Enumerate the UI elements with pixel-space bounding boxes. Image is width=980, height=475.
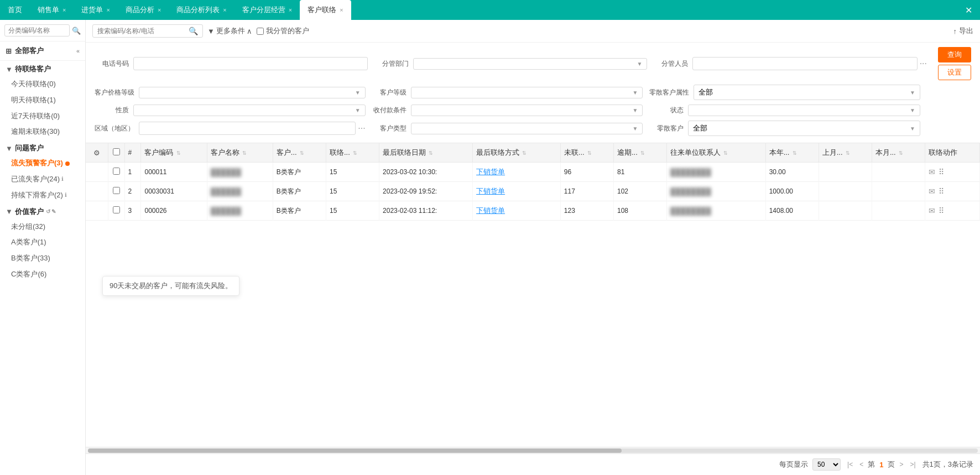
more-filters-button[interactable]: ▼ 更多条件 ∧: [207, 26, 252, 36]
export-button[interactable]: ↑ 导出: [953, 26, 974, 36]
tab-close-customer-contact[interactable]: ×: [340, 7, 343, 13]
page-last-button[interactable]: >|: [908, 460, 918, 469]
customer-type-arrow: ▼: [632, 126, 638, 132]
sort-contact-icon[interactable]: ⇅: [353, 150, 357, 156]
tab-close-customer-tier[interactable]: ×: [289, 7, 292, 13]
sort-way-icon[interactable]: ⇅: [522, 150, 527, 156]
app-close-button[interactable]: ✕: [957, 5, 980, 15]
page-prev-button[interactable]: <: [857, 460, 866, 469]
settings-button[interactable]: 设置: [938, 65, 971, 80]
scrollbar-thumb[interactable]: [88, 448, 622, 453]
sidebar-group-pending[interactable]: ▼ 待联络客户: [0, 61, 85, 76]
tab-customer-contact[interactable]: 客户联络 ×: [300, 0, 351, 20]
sidebar-item-a-class[interactable]: A类客户(1): [0, 234, 85, 250]
row2-contact-way-link[interactable]: 下销货单: [476, 187, 505, 195]
scrollbar-track[interactable]: [88, 448, 978, 453]
row2-chat-icon[interactable]: ✉: [929, 187, 935, 196]
filter-input-phone[interactable]: [133, 57, 368, 70]
sidebar-item-churn-risk[interactable]: 流失预警客户(3): [0, 155, 85, 171]
sidebar-item-b-class[interactable]: B类客户(33): [0, 250, 85, 267]
refresh-icon[interactable]: ↺: [46, 208, 50, 215]
sidebar-collapse-icon[interactable]: «: [76, 48, 80, 54]
sort-date-icon[interactable]: ⇅: [429, 150, 433, 156]
tab-analysis-list[interactable]: 商品分析列表 ×: [169, 0, 234, 20]
tab-close-sales[interactable]: ×: [62, 7, 66, 13]
tab-analysis[interactable]: 商品分析 ×: [118, 0, 169, 20]
filter-input-region[interactable]: [139, 122, 356, 135]
row1-chat-icon[interactable]: ✉: [929, 168, 935, 176]
td-row1-not-contacted: 96: [560, 163, 613, 182]
row2-more-icon[interactable]: ⠿: [939, 187, 944, 196]
filter-select-status[interactable]: ▼: [688, 105, 920, 116]
sidebar-all-customers[interactable]: ⊞ 全部客户 «: [0, 41, 85, 61]
region-dots-icon[interactable]: ···: [358, 123, 365, 133]
sort-this-year-icon[interactable]: ⇅: [793, 150, 797, 156]
info-icon-churned[interactable]: ℹ: [61, 175, 64, 184]
tab-sales[interactable]: 销售单 ×: [30, 0, 74, 20]
sort-not-contacted-icon[interactable]: ⇅: [587, 150, 592, 156]
page-suffix: 页: [888, 460, 895, 469]
filter-actions: 查询 设置: [938, 47, 971, 80]
filter-input-manager[interactable]: [692, 57, 917, 70]
td-row1-index: 1: [124, 163, 141, 182]
sidebar-search-input[interactable]: [4, 24, 70, 36]
tab-close-analysis[interactable]: ×: [158, 7, 161, 13]
sidebar-item-churned[interactable]: 已流失客户(24) ℹ: [0, 171, 85, 187]
sort-type-icon[interactable]: ⇅: [300, 150, 304, 156]
filter-select-zero-attr[interactable]: 全部 ▼: [694, 85, 920, 100]
row2-checkbox[interactable]: [113, 187, 120, 194]
info-icon-downtrend[interactable]: ℹ: [65, 191, 67, 200]
sidebar-group-problem[interactable]: ▼ 问题客户: [0, 140, 85, 155]
row1-contact-way-link[interactable]: 下销货单: [476, 168, 505, 176]
row3-chat-icon[interactable]: ✉: [929, 206, 935, 215]
tab-close-analysis-list[interactable]: ×: [223, 7, 226, 13]
select-all-checkbox[interactable]: [113, 148, 120, 155]
sort-unit-contact-icon[interactable]: ⇅: [723, 150, 728, 156]
my-customers-checkbox-label[interactable]: 我分管的客户: [257, 26, 309, 36]
sidebar-item-today[interactable]: 今天待联络(0): [0, 76, 85, 92]
tab-purchase[interactable]: 进货单 ×: [74, 0, 117, 20]
my-customers-checkbox[interactable]: [257, 28, 264, 35]
sort-this-month-icon[interactable]: ⇅: [899, 150, 903, 156]
page-next-button[interactable]: >: [897, 460, 905, 469]
row1-more-icon[interactable]: ⠿: [939, 168, 944, 176]
page-first-button[interactable]: |<: [845, 460, 855, 469]
td-row3-contact: 15: [326, 201, 379, 221]
filter-select-customer-type[interactable]: ▼: [411, 123, 643, 134]
filter-select-zero-customer[interactable]: 全部 ▼: [688, 121, 920, 136]
horizontal-scrollbar[interactable]: [86, 447, 980, 453]
table-row: 1 000011 ██████ B类客户 15 2023-03-02 10:30…: [86, 163, 980, 182]
sidebar-search-icon[interactable]: 🔍: [72, 27, 81, 35]
row3-more-icon[interactable]: ⠿: [939, 206, 944, 215]
search-input[interactable]: [97, 27, 189, 35]
sidebar-item-c-class[interactable]: C类客户(6): [0, 267, 85, 283]
filter-select-price-level[interactable]: ▼: [139, 87, 366, 98]
sidebar-item-unclassified[interactable]: 未分组(32): [0, 219, 85, 235]
sidebar-group-value[interactable]: ▼ 价值客户 ↺ ✎: [0, 203, 85, 219]
edit-icon[interactable]: ✎: [51, 208, 56, 215]
filter-select-dept[interactable]: ▼: [413, 58, 648, 70]
gear-settings-icon[interactable]: ⚙: [93, 149, 100, 157]
filter-select-payment[interactable]: ▼: [411, 105, 643, 116]
sort-code-icon[interactable]: ⇅: [176, 150, 181, 156]
per-page-select[interactable]: 50 100 200: [812, 458, 841, 471]
sort-name-icon[interactable]: ⇅: [242, 150, 247, 156]
th-this-month: 本月... ⇅: [872, 143, 925, 163]
sidebar-item-week[interactable]: 近7天待联络(0): [0, 108, 85, 124]
tab-customer-tier[interactable]: 客户分层经营 ×: [234, 0, 300, 20]
search-button[interactable]: 🔍: [189, 27, 198, 35]
row3-contact-way-link[interactable]: 下销货单: [476, 206, 505, 215]
manager-dots-icon[interactable]: ···: [920, 59, 927, 69]
sidebar-item-overdue[interactable]: 逾期未联络(30): [0, 124, 85, 140]
row3-checkbox[interactable]: [113, 206, 120, 213]
filter-select-gender[interactable]: ▼: [133, 105, 366, 116]
sort-last-month-icon[interactable]: ⇅: [846, 150, 850, 156]
sidebar-item-tomorrow[interactable]: 明天待联络(1): [0, 92, 85, 108]
filter-select-customer-level[interactable]: ▼: [411, 87, 643, 98]
sidebar-item-downtrend[interactable]: 持续下滑客户(2) ℹ: [0, 187, 85, 203]
tab-close-purchase[interactable]: ×: [106, 7, 110, 13]
query-button[interactable]: 查询: [938, 47, 971, 62]
sort-overdue-icon[interactable]: ⇅: [640, 150, 645, 156]
row1-checkbox[interactable]: [113, 168, 120, 175]
tab-home[interactable]: 首页: [0, 0, 30, 20]
